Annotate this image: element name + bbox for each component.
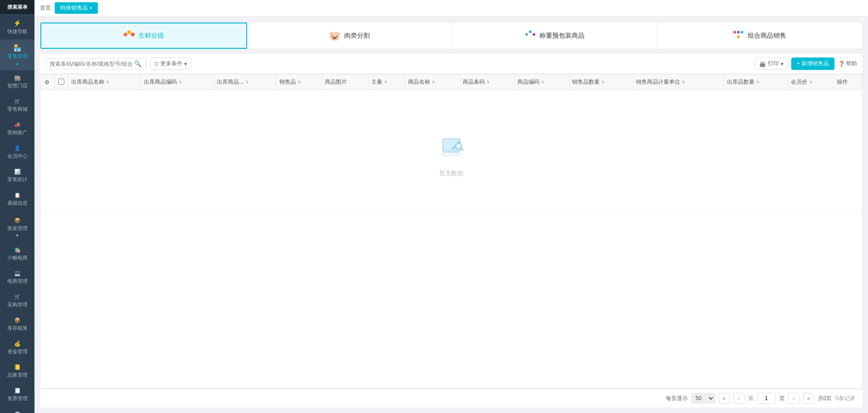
first-page-button[interactable]: « xyxy=(719,393,730,404)
fresh-grade-icon xyxy=(124,30,135,41)
home-link[interactable]: 首页 xyxy=(40,4,51,12)
col-label: 销售品数量 xyxy=(572,78,600,86)
th-out-product-code[interactable]: 出库商品编码 ⇅ xyxy=(141,75,214,90)
tab-fresh-grade[interactable]: 生鲜分级 xyxy=(40,23,247,49)
col-label: 商品条码 xyxy=(463,78,485,86)
per-page-label: 每页显示 xyxy=(666,395,688,402)
th-sale-qty[interactable]: 销售品数量 ⇅ xyxy=(569,75,633,90)
retail-stats-icon: 📊 xyxy=(14,169,21,175)
retail-mall-icon: 🛒 xyxy=(14,98,21,104)
col-label: 商品名称 xyxy=(408,78,430,86)
th-settings[interactable]: ⚙ xyxy=(40,75,54,90)
th-out-product-x[interactable]: 出库商品... ⇅ xyxy=(214,75,277,90)
sidebar-item-label: 零售统计 xyxy=(7,176,28,183)
sidebar-item-retail-mall[interactable]: 🛒 零售商城 xyxy=(0,94,34,117)
sidebar-item-finance[interactable]: 💰 资金管理 xyxy=(0,336,34,360)
sidebar-item-inventory[interactable]: 📦 库存核算 xyxy=(0,313,34,336)
sidebar-item-ledger[interactable]: 📒 总账管理 xyxy=(0,360,34,383)
search-input[interactable] xyxy=(50,61,132,67)
tab-meat-cut-label: 肉类分割 xyxy=(344,32,370,40)
th-product-barcode[interactable]: 商品条码 ⇅ xyxy=(460,75,514,90)
tab-weigh-pack-label: 称重预包装商品 xyxy=(539,32,584,40)
svg-point-1 xyxy=(127,30,131,34)
sort-icon: ⇅ xyxy=(601,80,605,84)
col-label: 销售品 xyxy=(279,78,296,86)
type-tabs: 生鲜分级 🐷 肉类分割 称重预包装商品 xyxy=(40,22,862,49)
sort-icon: ⇅ xyxy=(809,80,812,84)
active-tab[interactable]: 特殊销售品 × xyxy=(55,2,98,14)
sidebar-item-smart-store[interactable]: 🏬 智慧门店 xyxy=(0,70,34,94)
col-label: 销售商品计量单位 xyxy=(636,78,680,86)
sort-icon: ⇅ xyxy=(106,80,109,84)
fresh-grade-svg xyxy=(124,30,135,39)
sidebar-item-member-center[interactable]: 👤 会员中心 xyxy=(0,141,34,164)
inventory-icon: 📦 xyxy=(14,317,21,323)
empty-row: 暂无数据 xyxy=(40,90,862,215)
next-page-button[interactable]: › xyxy=(789,393,800,404)
print-chevron-icon: ▾ xyxy=(781,61,783,67)
sidebar-item-mini-ecom[interactable]: 🛍️ 小畅电商 xyxy=(0,242,34,266)
topbar: 首页 特殊销售品 × xyxy=(34,0,868,17)
page-content: 生鲜分级 🐷 肉类分割 称重预包装商品 xyxy=(34,17,868,413)
sort-icon: ⇅ xyxy=(432,80,435,84)
sidebar-item-sales-promo[interactable]: 📣 营销推广 xyxy=(0,117,34,141)
sort-icon: ⇅ xyxy=(298,80,301,84)
per-page-select[interactable]: 50 10 20 100 xyxy=(692,393,715,403)
select-all-checkbox[interactable] xyxy=(58,79,64,85)
th-product-image: 商品图片 xyxy=(322,75,369,90)
th-product-code[interactable]: 商品编码 ⇅ xyxy=(514,75,569,90)
th-out-product-name[interactable]: 出库商品名称 ⇅ xyxy=(68,75,141,90)
svg-point-2 xyxy=(131,33,135,36)
current-page-input[interactable] xyxy=(757,393,776,404)
th-checkbox[interactable] xyxy=(54,75,68,90)
tab-weigh-pack[interactable]: 称重预包装商品 xyxy=(452,23,658,49)
tab-combo-sale[interactable]: 组合商品销售 xyxy=(658,23,862,49)
sidebar-item-quick-nav[interactable]: ⚡ 快捷导航 xyxy=(0,15,34,40)
sidebar-item-ecom-mgmt[interactable]: 💻 电商管理 xyxy=(0,266,34,289)
sidebar-logo[interactable]: 搜索菜单 xyxy=(0,0,34,15)
th-out-qty[interactable]: 出库品数量 ⇅ xyxy=(724,75,788,90)
th-sale-product[interactable]: 销售品 ⇅ xyxy=(276,75,322,90)
sidebar-item-label: 智慧门店 xyxy=(7,82,28,89)
tab-meat-cut[interactable]: 🐷 肉类分割 xyxy=(247,23,453,49)
th-sale-unit[interactable]: 销售商品计量单位 ⇅ xyxy=(633,75,724,90)
svg-point-14 xyxy=(452,147,454,149)
empty-illustration xyxy=(433,127,470,164)
sort-icon: ⇅ xyxy=(179,80,182,84)
search-box[interactable]: 🔍 xyxy=(45,58,147,69)
filter-label: 更多条件 xyxy=(160,60,182,68)
th-member-price[interactable]: 会员价 ⇅ xyxy=(788,75,834,90)
last-page-button[interactable]: » xyxy=(803,393,814,404)
col-label: 出库品数量 xyxy=(727,78,755,86)
tab-label: 特殊销售品 xyxy=(60,4,88,12)
th-main-weight[interactable]: 主量 ⇅ xyxy=(369,75,405,90)
help-icon: ❓ xyxy=(838,61,845,67)
filter-button[interactable]: ▽ 更多条件 ▾ xyxy=(150,57,191,70)
gear-icon: ⚙ xyxy=(45,79,50,86)
sort-icon: ⇅ xyxy=(682,80,685,84)
sidebar-item-retail-stats[interactable]: 📊 零售统计 xyxy=(0,164,34,188)
help-button[interactable]: ❓ 帮助 xyxy=(838,60,857,68)
page-label-suffix: 页 xyxy=(779,395,785,402)
sidebar-item-invoice[interactable]: 🧾 发票管理 xyxy=(0,383,34,407)
table-body: 暂无数据 xyxy=(40,90,862,215)
help-label: 帮助 xyxy=(846,60,857,68)
add-button[interactable]: + 新增销售品 xyxy=(791,57,834,70)
svg-point-9 xyxy=(737,31,740,34)
sidebar-item-tax[interactable]: 🏛️ 税务管理 xyxy=(0,407,34,413)
ecom-mgmt-icon: 💻 xyxy=(14,270,21,276)
filter-icon: ▽ xyxy=(154,61,159,67)
sidebar-item-purchase-mgmt[interactable]: 🛒 采购管理 xyxy=(0,289,34,313)
print-button[interactable]: 🖨️ 打印 ▾ xyxy=(755,57,788,70)
sidebar-item-basic-info[interactable]: 📋 基础信息 xyxy=(0,188,34,211)
th-operation: 操作 xyxy=(834,75,862,90)
sidebar-item-wholesale-mgmt[interactable]: 📦 批发管理 ▼ xyxy=(0,213,34,242)
prev-page-button[interactable]: ‹ xyxy=(733,393,744,404)
th-product-name[interactable]: 商品名称 ⇅ xyxy=(405,75,460,90)
empty-state: 暂无数据 xyxy=(40,90,862,214)
tab-close-icon[interactable]: × xyxy=(90,6,92,11)
expand-icon: ▲ xyxy=(15,61,19,66)
total-records: 0条记录 xyxy=(835,395,855,402)
sidebar-item-label: 零售管理 xyxy=(7,53,28,60)
sidebar-item-retail-mgmt[interactable]: 🏪 零售管理 ▲ xyxy=(0,40,34,70)
